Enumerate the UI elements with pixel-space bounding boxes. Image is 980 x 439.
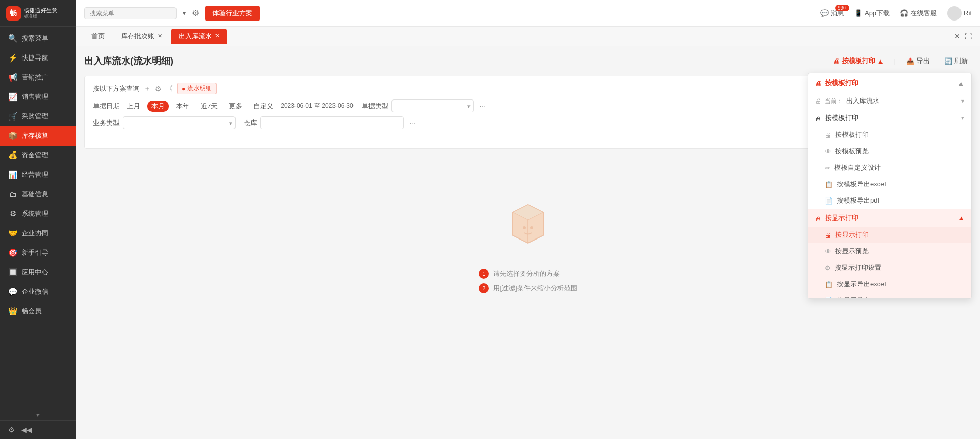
sidebar-item-vip[interactable]: 👑 畅会员	[0, 302, 76, 321]
refresh-button[interactable]: 🔄 刷新	[940, 54, 972, 68]
sidebar-item-marketing[interactable]: 📢 营销推广	[0, 68, 76, 87]
current-value: 出入库流水	[846, 96, 879, 106]
dropdown-collapse-arrow[interactable]: ▲	[957, 79, 964, 87]
window-close-btn[interactable]: ✕	[954, 32, 961, 41]
main-content: ▾ ⚙ 体验行业方案 💬 消息 99+ 📱 App下载 🎧 在线客服 Rit	[76, 0, 980, 439]
sidebar-item-system[interactable]: ⚙ 系统管理	[0, 204, 76, 224]
doctype-field-label: 单据类型	[362, 102, 388, 111]
marketing-icon: 📢	[8, 73, 17, 82]
purchase-icon: 🛒	[8, 112, 17, 121]
dropdown-title: 🖨 按模板打印	[815, 78, 858, 88]
doctype-more-btn[interactable]: ···	[477, 101, 488, 111]
sidebar: 畅 畅捷通好生意 标准版 🔍 搜索菜单 ⚡ 快捷导航 📢 营销推广 📈 销售管理…	[0, 0, 76, 439]
filter-add-button[interactable]: ＋	[144, 84, 151, 93]
empty-icon	[502, 199, 554, 261]
date-opt-thismonth[interactable]: 本月	[147, 101, 169, 112]
sidebar-bottom: ⚙ ◀◀	[0, 420, 76, 439]
sidebar-item-sales[interactable]: 📈 销售管理	[0, 87, 76, 107]
display-export-excel-item[interactable]: 📋 按显示导出excel	[808, 276, 971, 292]
settings-bottom-icon[interactable]: ⚙	[8, 426, 15, 434]
sidebar-item-operations[interactable]: 📊 经营管理	[0, 165, 76, 185]
topbar-dropdown-btn[interactable]: ▾	[183, 10, 186, 17]
warehouse-input[interactable]	[260, 116, 404, 129]
doctype-select[interactable]	[391, 99, 474, 112]
template-custom-item[interactable]: ✏ 模板自定义设计	[808, 159, 971, 176]
warehouse-more-btn[interactable]: ···	[407, 118, 419, 128]
sidebar-item-guide[interactable]: 🎯 新手引导	[0, 243, 76, 263]
display-print-settings-item[interactable]: ⚙ 按显示打印设置	[808, 260, 971, 276]
date-opt-lastmonth[interactable]: 上月	[123, 101, 144, 112]
display-export-pdf-item[interactable]: 📄 按显示导出pdf	[808, 292, 971, 298]
sidebar-item-apps[interactable]: 🔲 应用中心	[0, 263, 76, 282]
user-menu-button[interactable]: Rit	[947, 6, 972, 21]
display-print-section-header[interactable]: 🖨 按显示打印 ▲	[808, 209, 971, 227]
date-opt-more[interactable]: 更多	[225, 101, 246, 112]
sidebar-item-inventory[interactable]: 📦 库存核算	[0, 126, 76, 146]
doctype-select-wrapper	[391, 99, 474, 112]
tabs-bar: 首页 库存批次账 ✕ 出入库流水 ✕ ✕ ⛶	[76, 27, 980, 46]
filter-settings-icon[interactable]: ⚙	[155, 85, 162, 93]
sidebar-item-wechat[interactable]: 💬 企业微信	[0, 282, 76, 302]
current-expand-arrow[interactable]: ▾	[961, 97, 964, 105]
service-icon: 🎧	[900, 9, 908, 17]
filter-date-item: 单据日期 上月 本月 本年 近7天 更多 自定义 2023-06-01 至 20…	[93, 101, 354, 112]
export-button[interactable]: 📤 导出	[902, 54, 934, 68]
filter-warehouse-item: 仓库 ···	[244, 116, 419, 129]
template-export-excel-icon: 📋	[825, 181, 833, 188]
message-button[interactable]: 💬 消息 99+	[820, 9, 844, 18]
current-indicator: 🖨 当前： 出入库流水 ▾	[808, 93, 971, 109]
biztype-select-wrapper	[123, 116, 236, 129]
sidebar-item-shortcut[interactable]: ⚡ 快捷导航	[0, 48, 76, 68]
print-template-button[interactable]: 🖨 按模板打印 ▲	[829, 54, 888, 68]
template-export-pdf-icon: 📄	[825, 197, 833, 205]
template-print-item[interactable]: 🖨 按模板打印	[808, 127, 971, 143]
display-preview-icon: 👁	[825, 248, 831, 255]
svg-point-5	[523, 226, 526, 229]
template-print-section: 🖨 按模板打印 ▾ 🖨 按模板打印 👁 按模板预览 ✏	[808, 109, 971, 209]
service-button[interactable]: 🎧 在线客服	[900, 9, 937, 18]
tab-batch[interactable]: 库存批次账 ✕	[114, 29, 169, 44]
display-print-item[interactable]: 🖨 按显示打印	[808, 227, 971, 243]
display-preview-item[interactable]: 👁 按显示预览	[808, 243, 971, 260]
sidebar-item-finance[interactable]: 💰 资金管理	[0, 146, 76, 165]
collapse-sidebar-icon[interactable]: ◀◀	[21, 426, 32, 434]
app-download-button[interactable]: 📱 App下载	[854, 9, 890, 18]
display-export-pdf-icon: 📄	[825, 297, 833, 299]
scroll-down-arrow[interactable]: ▼	[0, 410, 76, 420]
system-icon: ⚙	[8, 209, 17, 218]
tab-batch-close[interactable]: ✕	[158, 33, 162, 39]
vip-icon: 👑	[8, 307, 17, 316]
logo-icon: 畅	[6, 6, 21, 21]
tab-home[interactable]: 首页	[84, 29, 112, 44]
filter-label: 按以下方案查询	[93, 84, 140, 93]
sidebar-nav: 🔍 搜索菜单 ⚡ 快捷导航 📢 营销推广 📈 销售管理 🛒 采购管理 📦 库存核…	[0, 27, 76, 410]
date-opt-custom[interactable]: 自定义	[249, 101, 278, 112]
sidebar-item-search[interactable]: 🔍 搜索菜单	[0, 29, 76, 48]
biztype-select[interactable]	[123, 116, 236, 129]
date-opt-thisyear[interactable]: 本年	[172, 101, 193, 112]
tab-flow-close[interactable]: ✕	[215, 33, 220, 39]
biztype-field-label: 业务类型	[93, 118, 120, 128]
empty-step-1: 1 请先选择要分析的方案	[479, 269, 577, 279]
shortcut-icon: ⚡	[8, 53, 17, 63]
template-print-section-header[interactable]: 🖨 按模板打印 ▾	[808, 109, 971, 127]
warehouse-field-label: 仓库	[244, 118, 257, 128]
tab-flow[interactable]: 出入库流水 ✕	[171, 29, 227, 44]
template-preview-item[interactable]: 👁 按模板预览	[808, 143, 971, 159]
logo-text: 畅捷通好生意 标准版	[24, 7, 57, 20]
app-download-icon: 📱	[854, 9, 863, 17]
template-export-pdf-item[interactable]: 📄 按模板导出pdf	[808, 192, 971, 209]
display-print-title: 🖨 按显示打印	[815, 213, 858, 223]
topbar-search-input[interactable]	[84, 7, 177, 19]
topbar-gear-icon[interactable]: ⚙	[192, 8, 199, 18]
trial-button[interactable]: 体验行业方案	[205, 6, 260, 21]
template-section-arrow: ▾	[961, 115, 964, 122]
template-export-excel-item[interactable]: 📋 按模板导出excel	[808, 176, 971, 192]
filter-collapse-icon[interactable]: 《	[166, 84, 173, 93]
sidebar-item-purchase[interactable]: 🛒 采购管理	[0, 107, 76, 126]
sidebar-item-coop[interactable]: 🤝 企业协同	[0, 224, 76, 243]
date-opt-7days[interactable]: 近7天	[197, 101, 222, 112]
window-expand-btn[interactable]: ⛶	[965, 32, 972, 41]
topbar-right: 💬 消息 99+ 📱 App下载 🎧 在线客服 Rit	[820, 6, 972, 21]
sidebar-item-basic[interactable]: 🗂 基础信息	[0, 185, 76, 204]
